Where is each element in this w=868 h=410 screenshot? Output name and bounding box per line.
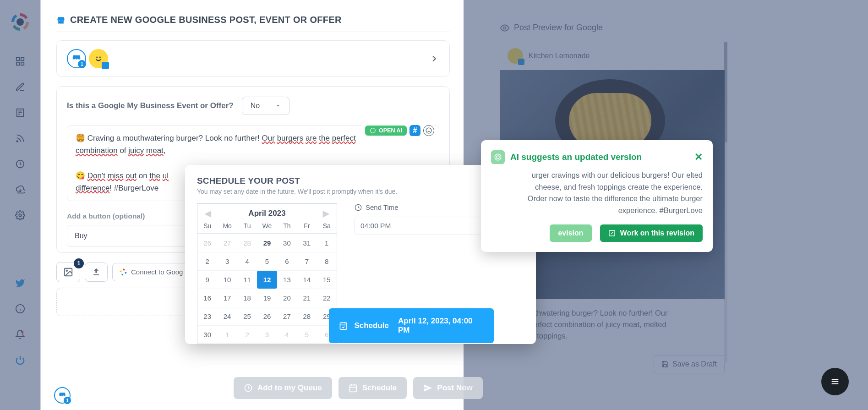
- calendar-next-button[interactable]: ▶: [319, 208, 333, 219]
- calendar-day[interactable]: 30: [277, 234, 297, 252]
- preview-account-name: Kitchen Lemonade: [529, 52, 590, 60]
- hashtag-button[interactable]: #: [409, 125, 420, 136]
- svg-point-19: [371, 128, 376, 133]
- ai-revision-button[interactable]: evision: [550, 224, 591, 242]
- schedule-button[interactable]: Schedule: [338, 377, 407, 399]
- preview-title: Post Preview for Google: [514, 23, 603, 33]
- svg-point-35: [495, 154, 501, 160]
- event-offer-select[interactable]: No: [242, 97, 289, 115]
- svg-rect-38: [832, 379, 839, 380]
- calendar-day[interactable]: 25: [237, 307, 257, 325]
- calendar-day[interactable]: 3: [217, 252, 237, 270]
- menu-icon: [830, 377, 840, 387]
- svg-point-17: [504, 27, 506, 29]
- left-sidebar: [0, 0, 40, 410]
- calendar-day[interactable]: 4: [277, 325, 297, 344]
- google-mini-badge: [102, 62, 109, 69]
- calendar-day[interactable]: 16: [197, 289, 217, 307]
- help-fab-button[interactable]: [821, 368, 849, 395]
- clock-icon: [355, 204, 362, 211]
- svg-point-0: [16, 18, 24, 26]
- calendar-day[interactable]: 19: [257, 289, 277, 307]
- schedule-modal-title: SCHEDULE YOUR POST: [197, 176, 524, 186]
- nav-history[interactable]: [10, 154, 30, 174]
- openai-icon: [370, 127, 376, 134]
- svg-rect-1: [16, 58, 19, 60]
- calendar-day[interactable]: 3: [257, 325, 277, 344]
- nav-twitter[interactable]: [10, 273, 30, 293]
- calendar-day[interactable]: 9: [197, 270, 217, 289]
- nav-power[interactable]: [10, 350, 30, 370]
- calendar-day[interactable]: 14: [297, 270, 317, 289]
- bottom-account-chip[interactable]: 1: [54, 387, 71, 404]
- media-image-button[interactable]: 1: [56, 262, 80, 282]
- calendar-day[interactable]: 12: [257, 270, 277, 289]
- calendar-day[interactable]: 22: [317, 289, 337, 307]
- app-logo: [11, 13, 29, 31]
- media-upload-button[interactable]: [85, 262, 108, 282]
- schedule-confirm-button[interactable]: Schedule April 12, 2023, 04:00 PM: [329, 308, 494, 343]
- calendar-day[interactable]: 1: [217, 325, 237, 344]
- calendar-day[interactable]: 29: [257, 234, 277, 252]
- calendar-day[interactable]: 27: [277, 307, 297, 325]
- calendar-day[interactable]: 31: [297, 234, 317, 252]
- save-draft-button[interactable]: Save as Draft: [654, 355, 725, 373]
- post-now-button[interactable]: Post Now: [413, 377, 482, 399]
- calendar-day[interactable]: 6: [277, 252, 297, 270]
- calendar-day[interactable]: 1: [317, 234, 337, 252]
- calendar-day[interactable]: 5: [297, 325, 317, 344]
- calendar-day[interactable]: 5: [257, 252, 277, 270]
- calendar-day[interactable]: 28: [297, 307, 317, 325]
- calendar-day[interactable]: 7: [297, 252, 317, 270]
- calendar-day[interactable]: 18: [237, 289, 257, 307]
- connect-google-photos-button[interactable]: Connect to Goog: [112, 263, 190, 281]
- svg-point-9: [16, 141, 18, 142]
- preview-scrollbar[interactable]: [724, 42, 727, 362]
- event-offer-label: Is this a Google My Business Event or Of…: [67, 101, 234, 110]
- calendar-day[interactable]: 30: [197, 325, 217, 344]
- page-title: CREATE NEW GOOGLE BUSINESS POST, EVENT O…: [70, 15, 342, 25]
- nav-download[interactable]: [10, 180, 30, 200]
- account-selector-card[interactable]: 1: [56, 40, 450, 77]
- nav-feed[interactable]: [10, 128, 30, 148]
- save-icon: [661, 361, 669, 368]
- calendar-day[interactable]: 13: [277, 270, 297, 289]
- nav-settings[interactable]: [10, 205, 30, 225]
- nav-posts[interactable]: [10, 103, 30, 123]
- calendar-day[interactable]: 2: [197, 252, 217, 270]
- calendar-day[interactable]: 17: [217, 289, 237, 307]
- queue-icon: [244, 383, 253, 393]
- ai-close-button[interactable]: ✕: [694, 151, 703, 163]
- calendar-day[interactable]: 10: [217, 270, 237, 289]
- nav-notifications[interactable]: [10, 324, 30, 344]
- calendar-day[interactable]: 4: [237, 252, 257, 270]
- calendar-day[interactable]: 27: [217, 234, 237, 252]
- calendar-day[interactable]: 15: [317, 270, 337, 289]
- image-icon: [63, 267, 73, 277]
- calendar-day[interactable]: 20: [277, 289, 297, 307]
- chevron-right-icon: [429, 54, 439, 64]
- nav-dashboard[interactable]: [10, 51, 30, 71]
- calendar-day[interactable]: 23: [197, 307, 217, 325]
- add-to-queue-button[interactable]: Add to my Queue: [234, 377, 332, 399]
- emoji-button[interactable]: [423, 125, 434, 136]
- calendar: ◀ April 2023 ▶ SuMoTuWeThFrSa 2627282930…: [197, 203, 337, 344]
- ai-modal-title: AI suggests an updated version: [510, 152, 689, 162]
- calendar-prev-button[interactable]: ◀: [201, 208, 215, 219]
- nav-info[interactable]: [10, 299, 30, 319]
- calendar-day[interactable]: 2: [237, 325, 257, 344]
- calendar-day[interactable]: 21: [297, 289, 317, 307]
- upload-icon: [92, 268, 101, 277]
- calendar-day[interactable]: 26: [257, 307, 277, 325]
- calendar-day[interactable]: 8: [317, 252, 337, 270]
- calendar-day[interactable]: 28: [237, 234, 257, 252]
- calendar-day[interactable]: 24: [217, 307, 237, 325]
- send-icon: [423, 383, 432, 393]
- ai-work-on-revision-button[interactable]: Work on this revision: [600, 224, 703, 242]
- calendar-day[interactable]: 11: [237, 270, 257, 289]
- open-ai-button[interactable]: OPEN AI: [365, 126, 407, 136]
- nav-compose[interactable]: [10, 77, 30, 97]
- post-actions-row: Add to my Queue Schedule Post Now: [234, 377, 483, 399]
- ai-badge-icon: [491, 150, 505, 164]
- calendar-day[interactable]: 26: [197, 234, 217, 252]
